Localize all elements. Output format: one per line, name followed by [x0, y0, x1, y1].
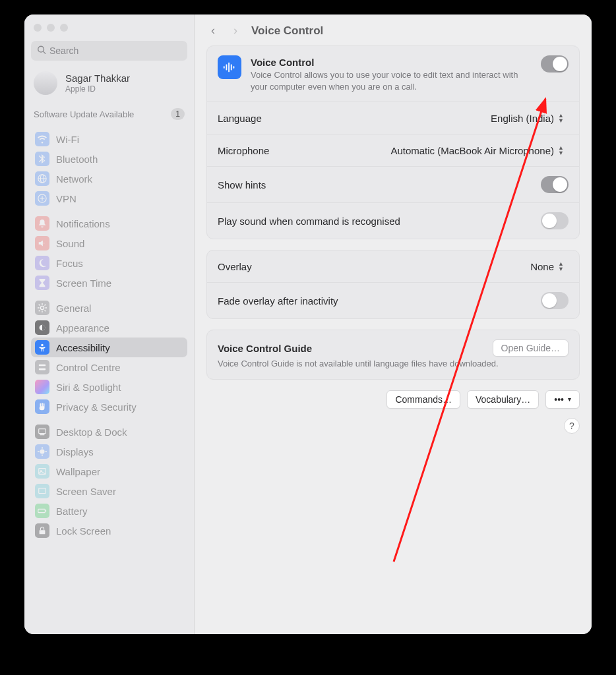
- sidebar-item-displays[interactable]: Displays: [31, 442, 187, 461]
- nav-back-button[interactable]: ‹: [206, 24, 220, 38]
- guide-card: Voice Control Guide Open Guide… Voice Co…: [206, 330, 580, 380]
- svg-rect-12: [40, 434, 45, 436]
- sidebar-group-system: General Appearance Accessibility Control…: [31, 298, 187, 417]
- dock-icon: [35, 425, 49, 439]
- close-icon[interactable]: [34, 24, 42, 32]
- sidebar-item-privacy[interactable]: Privacy & Security: [31, 397, 187, 417]
- chevron-down-icon: ▾: [568, 396, 571, 403]
- sidebar-item-label: Screen Time: [56, 278, 111, 289]
- svg-rect-16: [39, 488, 46, 494]
- voice-control-hero: Voice Control Voice Control allows you t…: [207, 46, 579, 102]
- page-title: Voice Control: [251, 24, 323, 38]
- svg-rect-11: [39, 429, 46, 434]
- hand-icon: [35, 399, 49, 414]
- help-button[interactable]: ?: [564, 418, 580, 434]
- sidebar-item-desktop-dock[interactable]: Desktop & Dock: [31, 422, 187, 442]
- voice-control-toggle[interactable]: [541, 55, 569, 73]
- user-texts: Sagar Thakkar Apple ID: [65, 73, 130, 94]
- main-pane: ‹ › Voice Control Voice Control Voice Co…: [195, 15, 592, 634]
- voice-control-icon: [218, 55, 241, 79]
- sidebar-item-label: Lock Screen: [56, 525, 111, 537]
- wallpaper-icon: [35, 464, 49, 479]
- software-update-row[interactable]: Software Update Available 1: [31, 104, 187, 124]
- language-label: Language: [218, 113, 262, 124]
- show-hints-toggle[interactable]: [541, 176, 569, 193]
- apple-id-row[interactable]: Sagar Thakkar Apple ID: [31, 69, 187, 104]
- overlay-card: Overlay None ▲▼ Fade overlay after inact…: [206, 250, 580, 319]
- voice-control-desc: Voice Control allows you to use your voi…: [251, 69, 532, 92]
- speaker-icon: [35, 236, 49, 250]
- more-icon: •••: [554, 394, 564, 405]
- content: Voice Control Voice Control allows you t…: [195, 45, 592, 634]
- wifi-icon: [35, 132, 49, 146]
- search-field[interactable]: [31, 41, 187, 61]
- sidebar-item-bluetooth[interactable]: Bluetooth: [31, 149, 187, 169]
- gear-icon: [35, 301, 49, 315]
- zoom-icon[interactable]: [60, 24, 68, 32]
- svg-rect-24: [233, 66, 235, 69]
- sidebar-item-wallpaper[interactable]: Wallpaper: [31, 461, 187, 481]
- update-badge: 1: [171, 108, 185, 120]
- sidebar-item-control-centre[interactable]: Control Centre: [31, 357, 187, 377]
- software-update-label: Software Update Available: [34, 109, 134, 119]
- voice-control-card: Voice Control Voice Control allows you t…: [206, 45, 580, 239]
- user-name: Sagar Thakkar: [65, 73, 130, 84]
- sidebar-item-label: Sound: [56, 238, 84, 249]
- sidebar-item-lock-screen[interactable]: Lock Screen: [31, 521, 187, 541]
- globe-icon: [35, 171, 49, 186]
- language-row[interactable]: Language English (India) ▲▼: [207, 102, 579, 134]
- siri-icon: [35, 380, 49, 394]
- accessibility-icon: [35, 340, 49, 355]
- vpn-icon: [35, 191, 49, 206]
- sidebar-item-label: Accessibility: [56, 342, 110, 353]
- sidebar-item-battery[interactable]: Battery: [31, 501, 187, 521]
- sidebar-item-wifi[interactable]: Wi-Fi: [31, 129, 187, 149]
- nav-forward-button[interactable]: ›: [229, 24, 242, 38]
- moon-icon: [35, 256, 49, 270]
- titlebar: ‹ › Voice Control: [195, 15, 592, 45]
- screensaver-icon: [35, 484, 49, 498]
- svg-rect-19: [40, 530, 46, 534]
- sidebar-item-general[interactable]: General: [31, 298, 187, 318]
- svg-rect-10: [39, 368, 46, 370]
- sidebar-item-screen-saver[interactable]: Screen Saver: [31, 481, 187, 501]
- show-hints-row: Show hints: [207, 166, 579, 202]
- stepper-icon: ▲▼: [558, 260, 569, 273]
- lock-icon: [35, 523, 49, 538]
- fade-overlay-toggle[interactable]: [541, 292, 569, 309]
- sidebar-item-label: Screen Saver: [56, 486, 116, 497]
- svg-rect-18: [46, 510, 46, 512]
- minimize-icon[interactable]: [47, 24, 55, 32]
- user-sub: Apple ID: [65, 84, 130, 94]
- svg-point-6: [40, 306, 44, 309]
- sidebar-item-screen-time[interactable]: Screen Time: [31, 273, 187, 293]
- play-sound-toggle[interactable]: [541, 212, 569, 229]
- microphone-value: Automatic (MacBook Air Microphone): [390, 145, 554, 156]
- sidebar-item-appearance[interactable]: Appearance: [31, 318, 187, 338]
- sidebar-item-network[interactable]: Network: [31, 169, 187, 189]
- fade-overlay-label: Fade overlay after inactivity: [218, 295, 338, 307]
- commands-button[interactable]: Commands…: [386, 390, 460, 409]
- microphone-row[interactable]: Microphone Automatic (MacBook Air Microp…: [207, 134, 579, 166]
- more-menu-button[interactable]: ••• ▾: [545, 390, 580, 409]
- sidebar-item-label: VPN: [56, 193, 77, 204]
- sidebar-item-focus[interactable]: Focus: [31, 253, 187, 273]
- bell-icon: [35, 216, 49, 231]
- sidebar-item-vpn[interactable]: VPN: [31, 189, 187, 208]
- settings-window: Sagar Thakkar Apple ID Software Update A…: [24, 15, 592, 634]
- open-guide-button[interactable]: Open Guide…: [493, 339, 569, 357]
- sidebar-item-label: Bluetooth: [56, 154, 98, 165]
- svg-point-13: [40, 450, 45, 454]
- sidebar-item-label: Network: [56, 173, 92, 185]
- search-input[interactable]: [31, 41, 187, 61]
- sidebar-item-accessibility[interactable]: Accessibility: [31, 338, 187, 357]
- voice-control-title: Voice Control: [251, 57, 532, 68]
- sidebar-item-sound[interactable]: Sound: [31, 233, 187, 253]
- svg-rect-9: [39, 365, 46, 367]
- sidebar-item-notifications[interactable]: Notifications: [31, 214, 187, 233]
- sidebar-item-siri[interactable]: Siri & Spotlight: [31, 377, 187, 397]
- guide-title: Voice Control Guide: [218, 343, 312, 354]
- vocabulary-button[interactable]: Vocabulary…: [467, 390, 539, 409]
- window-controls[interactable]: [31, 22, 187, 41]
- overlay-row[interactable]: Overlay None ▲▼: [207, 250, 579, 282]
